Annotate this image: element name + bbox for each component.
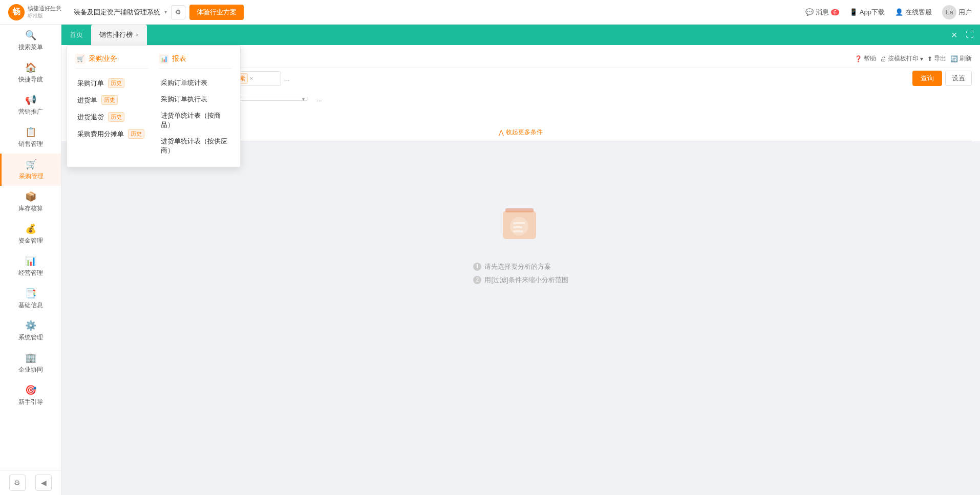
export-icon: ⬆ [927,55,932,62]
sidebar-item-search[interactable]: 🔍 搜索菜单 [0,25,61,57]
sidebar-settings-button[interactable]: ⚙ [9,475,26,491]
print-button[interactable]: 🖨 按模板打印 ▾ [880,54,923,63]
report-item-label: 采购订单执行表 [161,95,207,104]
logo-icon: 畅 [8,4,25,20]
step1-icon: 1 [473,263,481,271]
sidebar-item-label: 采购管理 [19,172,44,181]
sidebar-item-finance[interactable]: 💰 资金管理 [0,218,61,250]
tab-fullscreen-button[interactable]: ⛶ [964,28,976,41]
sidebar-item-basic-info[interactable]: 📑 基础信息 [0,283,61,315]
message-icon: 💬 [805,8,814,16]
print-chevron-icon: ▾ [920,55,923,62]
tab-close-button[interactable]: ✕ [949,28,960,42]
goods-tag-remove-icon[interactable]: × [250,75,253,81]
report-items: 采购订单统计表 采购订单执行表 进货单统计表（按商品） 进货单统计表（按供应商） [159,75,232,159]
tab-home[interactable]: 首页 [61,25,91,45]
sidebar-item-system[interactable]: ⚙️ 系统管理 [0,315,61,347]
purchase-item-label: 采购费用分摊单 [77,130,124,139]
history-badge: 历史 [108,78,124,88]
goods-more-dots: ... [284,75,290,82]
purchase-item-label: 进货退货 [77,113,104,122]
help-button[interactable]: ❓ 帮助 [855,54,876,63]
salesperson-chevron-icon: ▾ [302,96,305,102]
sidebar-item-sales[interactable]: 📋 销售管理 [0,121,61,154]
collapse-up-icon: ⋀ [499,129,504,136]
report-dropdown-item[interactable]: 采购订单执行表 [159,91,232,107]
purchase-col-icon: 🛒 [75,54,86,64]
purchase-col: 🛒 采购业务 采购订单 历史 进货单 历史 进货退货 历史 采购费用分摊单 历史 [75,54,148,159]
system-title-text: 装备及固定资产辅助管理系统 [74,8,160,17]
messages-button[interactable]: 💬 消息 6 [805,8,839,17]
logo-subtitle: 标准版 [28,12,61,19]
report-dropdown-item[interactable]: 进货单统计表（按商品） [159,107,232,133]
logo-text-area: 畅捷通好生意 标准版 [28,5,61,19]
refresh-button[interactable]: 🔄 刷新 [950,54,972,63]
report-col-icon: 📊 [159,54,169,64]
history-badge: 历史 [108,112,124,122]
app-download-button[interactable]: 📱 App下载 [849,8,885,17]
refresh-icon: 🔄 [950,55,958,62]
sidebar-item-inventory[interactable]: 📦 库存核算 [0,186,61,218]
sidebar-item-enterprise[interactable]: 🏢 企业协同 [0,347,61,379]
settings-gear-button[interactable]: ⚙ [171,5,185,19]
system-icon: ⚙️ [25,320,36,331]
sidebar-item-label: 资金管理 [18,236,43,245]
sidebar-item-label: 企业协同 [18,365,43,374]
report-dropdown-item[interactable]: 采购订单统计表 [159,75,232,91]
sidebar-item-label: 快捷导航 [18,75,43,84]
sidebar-item-purchase[interactable]: 🛒 采购管理 [0,154,61,186]
messages-badge: 6 [831,9,839,15]
finance-icon: 💰 [25,223,36,234]
sidebar-item-label: 销售管理 [18,140,43,148]
purchase-item-label: 进货单 [77,96,97,105]
empty-text: 1 请先选择要分析的方案 2 用[过滤]条件来缩小分析范围 [473,260,568,287]
search-icon: 🔍 [25,30,36,41]
svg-rect-5 [513,230,523,232]
sidebar-item-quick-nav[interactable]: 🏠 快捷导航 [0,57,61,89]
report-dropdown-item[interactable]: 进货单统计表（按供应商） [159,133,232,159]
query-button[interactable]: 查询 [912,71,942,86]
purchase-dropdown-item[interactable]: 进货退货 历史 [75,109,148,125]
sidebar-item-marketing[interactable]: 📢 营销推广 [0,89,61,121]
svg-rect-4 [513,226,522,228]
action-buttons: 查询 设置 [912,71,972,86]
report-item-label: 进货单统计表（按供应商） [161,137,230,155]
svg-rect-3 [513,222,525,224]
marketing-icon: 📢 [25,94,36,105]
sales-icon: 📋 [25,126,36,138]
sidebar-item-label: 系统管理 [18,333,43,342]
purchase-dropdown-item[interactable]: 采购订单 历史 [75,75,148,92]
sidebar: 🔍 搜索菜单 🏠 快捷导航 📢 营销推广 📋 销售管理 🛒 采购管理 📦 库存核… [0,25,61,495]
sidebar-item-label: 营销推广 [18,107,43,116]
sidebar-item-label: 搜索菜单 [18,43,43,52]
online-service-button[interactable]: 👤 在线客服 [895,8,932,17]
system-title-area: 装备及固定资产辅助管理系统 ▾ ⚙ 体验行业方案 [70,5,805,20]
operations-icon: 📊 [25,255,36,267]
tab-sales-rank[interactable]: 销售排行榜 × [91,25,147,45]
export-button[interactable]: ⬆ 导出 [927,54,946,63]
purchase-item-label: 采购订单 [77,79,104,88]
tab-close-icon[interactable]: × [136,32,139,38]
basic-info-icon: 📑 [25,288,36,299]
step2-icon: 2 [473,276,481,284]
purchase-col-title: 🛒 采购业务 [75,54,148,69]
empty-illustration [495,201,546,252]
dropdown-columns: 🛒 采购业务 采购订单 历史 进货单 历史 进货退货 历史 采购费用分摊单 历史… [75,54,232,159]
purchase-dropdown-item[interactable]: 采购费用分摊单 历史 [75,125,148,142]
sidebar-item-newbie[interactable]: 🎯 新手引导 [0,379,61,412]
system-title-chevron-icon[interactable]: ▾ [164,9,167,15]
sidebar-collapse-button[interactable]: ◀ [35,475,52,491]
logo-area: 畅 畅捷通好生意 标准版 [8,4,70,20]
setting-button[interactable]: 设置 [945,71,972,86]
tab-bar-actions: ✕ ⛶ [949,25,980,45]
industry-btn[interactable]: 体验行业方案 [189,5,244,20]
purchase-items: 采购订单 历史 进货单 历史 进货退货 历史 采购费用分摊单 历史 [75,75,148,142]
newbie-icon: 🎯 [25,384,36,396]
sidebar-item-label: 库存核算 [18,204,43,213]
print-icon: 🖨 [880,55,886,62]
sidebar-item-operations[interactable]: 📊 经营管理 [0,250,61,283]
collapse-button[interactable]: ⋀ 收起更多条件 [499,128,543,137]
user-area[interactable]: Ea 用户 [942,5,972,19]
purchase-dropdown-item[interactable]: 进货单 历史 [75,92,148,109]
history-badge: 历史 [128,129,144,139]
